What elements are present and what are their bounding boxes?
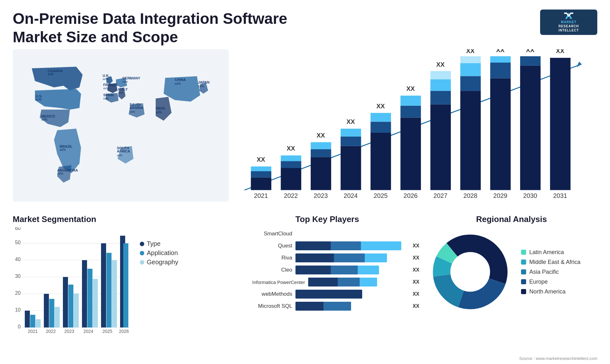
donut-chart [426, 227, 515, 316]
svg-rect-47 [311, 157, 331, 190]
svg-text:2024: 2024 [83, 329, 93, 334]
svg-text:INDIA: INDIA [156, 106, 165, 110]
svg-text:2021: 2021 [254, 192, 268, 199]
player-val-webmethods: XX [413, 291, 419, 297]
segmentation-section: Market Segmentation 0 10 20 30 40 50 60 [13, 214, 229, 364]
player-val-informatica: XX [413, 279, 419, 285]
svg-rect-112 [63, 277, 68, 327]
europe-label: Europe [529, 279, 548, 285]
svg-text:xx%: xx% [156, 111, 162, 114]
svg-rect-108 [44, 294, 49, 327]
svg-rect-84 [520, 66, 540, 190]
page-title: On-Premise Data Integration Software Mar… [13, 10, 299, 46]
reg-europe: Europe [521, 279, 580, 285]
svg-text:2029: 2029 [493, 192, 507, 199]
svg-text:ITALY: ITALY [118, 87, 128, 91]
svg-text:CHINA: CHINA [175, 78, 186, 82]
svg-rect-57 [370, 133, 391, 190]
logo-area: MARKET RESEARCH INTELLECT [540, 10, 597, 35]
svg-rect-76 [460, 56, 481, 63]
player-val-cleo: XX [413, 267, 419, 273]
svg-text:2023: 2023 [64, 329, 74, 334]
svg-text:2027: 2027 [433, 192, 447, 199]
geography-dot [140, 260, 144, 265]
svg-rect-74 [460, 76, 481, 91]
svg-rect-52 [341, 146, 361, 190]
svg-rect-70 [430, 71, 451, 79]
svg-text:2026: 2026 [403, 192, 417, 199]
players-title: Top Key Players [235, 214, 419, 224]
svg-text:2028: 2028 [463, 192, 477, 199]
legend-geography-label: Geography [147, 259, 178, 266]
svg-text:0: 0 [18, 324, 21, 329]
player-riva: Riva XX [235, 253, 419, 262]
legend-application: Application [140, 249, 178, 257]
svg-rect-62 [400, 118, 421, 190]
north-america-label: North America [529, 288, 566, 295]
svg-text:xx%: xx% [118, 91, 124, 94]
svg-text:xx%: xx% [60, 148, 66, 152]
player-val-riva: XX [413, 255, 419, 261]
svg-text:2022: 2022 [46, 329, 56, 334]
player-bar-informatica [308, 278, 407, 286]
svg-text:40: 40 [15, 257, 21, 262]
svg-rect-68 [430, 91, 451, 104]
svg-text:xx%: xx% [175, 82, 181, 85]
player-bar-smartcloud [295, 229, 419, 238]
svg-rect-80 [490, 63, 511, 78]
svg-rect-88 [550, 58, 570, 190]
svg-text:xx%: xx% [103, 78, 108, 81]
svg-text:FRANCE: FRANCE [103, 83, 118, 87]
player-bar-webmethods [295, 290, 407, 299]
svg-text:GERMANY: GERMANY [122, 76, 140, 80]
svg-text:XX: XX [556, 49, 565, 54]
regional-title: Regional Analysis [426, 214, 597, 224]
svg-text:xx%: xx% [36, 98, 42, 101]
svg-text:XX: XX [347, 118, 355, 125]
player-quest: Quest XX [235, 241, 419, 250]
svg-text:60: 60 [15, 227, 21, 231]
player-bar-cleo [295, 266, 407, 274]
player-bar-mssql [295, 302, 407, 311]
player-val-mssql: XX [413, 303, 419, 309]
svg-text:XX: XX [496, 49, 505, 53]
world-map: CANADA xx% U.S. xx% MEXICO xx% BRAZIL xx… [13, 49, 229, 202]
svg-rect-58 [370, 122, 391, 133]
svg-rect-122 [112, 260, 117, 327]
latin-america-dot [521, 250, 526, 255]
svg-rect-43 [281, 161, 301, 168]
svg-text:xx%: xx% [48, 72, 54, 76]
svg-rect-104 [25, 311, 30, 327]
svg-rect-53 [341, 137, 361, 146]
svg-text:XX: XX [257, 156, 265, 163]
svg-text:xx%: xx% [103, 97, 109, 100]
svg-text:XX: XX [287, 145, 295, 152]
svg-text:xx%: xx% [117, 154, 122, 157]
source-text: Source : www.marketresearchintellect.com [519, 356, 597, 361]
player-name-smartcloud: SmartCloud [235, 231, 292, 237]
svg-rect-48 [311, 149, 331, 157]
bar-chart-svg: XX 2021 XX 2022 XX 2023 XX 2024 XX [235, 49, 597, 214]
player-informatica: Informatica PowerCenter XX [235, 278, 419, 286]
svg-rect-117 [87, 269, 92, 327]
player-name-riva: Riva [235, 255, 292, 261]
segmentation-chart: 0 10 20 30 40 50 60 2021 [13, 227, 133, 339]
svg-rect-120 [101, 243, 106, 327]
regional-section: Regional Analysis [426, 214, 597, 364]
svg-rect-106 [36, 319, 41, 327]
svg-rect-39 [251, 166, 271, 171]
key-players-section: Top Key Players SmartCloud Quest XX Riva [235, 214, 419, 364]
svg-rect-75 [460, 63, 481, 76]
svg-text:SPAIN: SPAIN [103, 93, 114, 97]
svg-text:XX: XX [466, 49, 475, 54]
map-svg: CANADA xx% U.S. xx% MEXICO xx% BRAZIL xx… [13, 49, 229, 202]
player-bar-riva [295, 253, 407, 262]
player-bar-quest [295, 241, 407, 250]
svg-rect-63 [400, 106, 421, 118]
logo-text: MARKET RESEARCH INTELLECT [559, 20, 579, 32]
svg-text:50: 50 [15, 240, 21, 245]
svg-text:xx%: xx% [57, 172, 63, 175]
legend-application-label: Application [147, 249, 178, 257]
svg-text:2023: 2023 [314, 192, 328, 199]
header: On-Premise Data Integration Software Mar… [0, 0, 610, 49]
